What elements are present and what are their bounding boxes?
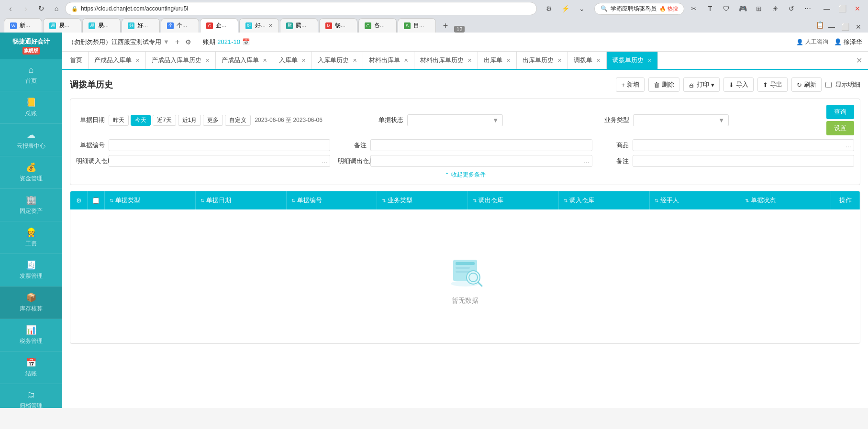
th-biz[interactable]: ⇅ 业务类型 xyxy=(377,191,468,209)
goods-input[interactable] xyxy=(633,139,854,151)
grid-icon[interactable]: ⊞ xyxy=(752,2,766,15)
sidebar-item-invoice[interactable]: 🧾 发票管理 xyxy=(0,254,62,286)
browser-tab-3[interactable]: 易 易... xyxy=(82,18,121,33)
tab-home[interactable]: 首页 xyxy=(64,52,89,69)
theme-icon[interactable]: ☀ xyxy=(768,2,782,15)
date-btn-7days[interactable]: 近7天 xyxy=(153,115,176,126)
tab-product-in2-close[interactable]: ✕ xyxy=(263,57,267,64)
tab-in-history[interactable]: 入库单历史 ✕ xyxy=(312,52,363,69)
sidebar-item-reports[interactable]: ☁ 云报表中心 xyxy=(0,124,62,156)
browser-tab-2[interactable]: 易 易... xyxy=(43,18,81,33)
browser-more[interactable]: ⋯ xyxy=(801,2,814,15)
date-btn-today[interactable]: 今天 xyxy=(131,115,151,126)
tab-product-in-history-close[interactable]: ✕ xyxy=(205,57,210,64)
tab-out-order[interactable]: 出库单 ✕ xyxy=(478,52,517,69)
browser-home[interactable]: ⌂ xyxy=(50,2,63,15)
browser-tab-8[interactable]: 腾 腾... xyxy=(280,18,318,33)
date-btn-more[interactable]: 更多 xyxy=(203,115,223,126)
cut-icon[interactable]: ✂ xyxy=(687,2,701,15)
tab-close-7[interactable]: ✕ xyxy=(268,22,273,29)
extension-icon-1[interactable]: ⚙ xyxy=(543,2,556,15)
tab-out-history-close[interactable]: ✕ xyxy=(557,57,562,64)
browser-reload[interactable]: ↻ xyxy=(34,2,48,15)
delete-btn[interactable]: 🗑 删除 xyxy=(648,77,679,92)
query-btn[interactable]: 查询 xyxy=(826,105,854,119)
tab-transfer-history-close[interactable]: ✕ xyxy=(647,57,652,64)
detail-out-wh-input[interactable] xyxy=(370,155,592,167)
settings-btn[interactable]: 设置 xyxy=(826,121,854,135)
tab-transfer-history[interactable]: 调拨单历史 ✕ xyxy=(607,52,658,69)
sidebar-item-home[interactable]: ⌂ 首页 xyxy=(0,59,62,91)
extension-icon-2[interactable]: ⚡ xyxy=(559,2,572,15)
detail-in-wh-more-icon[interactable]: … xyxy=(322,158,327,165)
tab-product-in[interactable]: 产成品入库单 ✕ xyxy=(89,52,146,69)
status-select[interactable]: ▼ xyxy=(407,114,503,126)
th-date[interactable]: ⇅ 单据日期 xyxy=(196,191,287,209)
tab-material-out-history-close[interactable]: ✕ xyxy=(467,57,472,64)
th-gear[interactable]: ⚙ xyxy=(70,191,88,209)
sidebar-item-inventory[interactable]: 📦 库存核算 xyxy=(0,286,62,319)
th-checkbox[interactable] xyxy=(88,191,105,209)
tab-in-order[interactable]: 入库单 ✕ xyxy=(273,52,312,69)
tab-in-history-close[interactable]: ✕ xyxy=(353,57,357,64)
sidebar-item-capital[interactable]: 💰 资金管理 xyxy=(0,156,62,189)
window-maximize[interactable]: ⬜ xyxy=(835,2,849,15)
address-bar[interactable]: 🔒 https://cloud.chanjet.com/accounting/u… xyxy=(65,2,537,15)
display-detail-checkbox[interactable]: 显示明细 xyxy=(825,80,860,89)
sidebar-item-ledger[interactable]: 📒 总账 xyxy=(0,91,62,124)
undo-icon[interactable]: ↺ xyxy=(785,2,798,15)
remark-input[interactable] xyxy=(370,139,592,151)
th-handler[interactable]: ⇅ 经手人 xyxy=(650,191,741,209)
th-status[interactable]: ⇅ 单据状态 xyxy=(740,191,831,209)
sidebar-item-tax[interactable]: 📊 税务管理 xyxy=(0,319,62,352)
browser-nav-back[interactable]: ‹ xyxy=(4,2,17,15)
browser-tab-7[interactable]: 好 好... ✕ xyxy=(239,18,279,33)
settings-gear-btn[interactable]: ⚙ xyxy=(185,38,191,46)
game-icon[interactable]: 🎮 xyxy=(736,2,749,15)
tab-count-badge[interactable]: 12 xyxy=(454,26,465,33)
window-close[interactable]: ✕ xyxy=(851,2,864,15)
period-selector[interactable]: 账期 2021-10 📅 xyxy=(203,38,250,46)
add-company-btn[interactable]: + xyxy=(175,38,179,46)
import-btn[interactable]: ⬇ 导入 xyxy=(723,77,754,92)
tab-list-icon[interactable]: 📋 xyxy=(816,21,824,33)
tab-in-order-close[interactable]: ✕ xyxy=(301,57,306,64)
detail-in-wh-input[interactable] xyxy=(109,155,330,167)
user-info[interactable]: 👤 徐泽华 xyxy=(834,38,862,46)
browser-nav-forward[interactable]: › xyxy=(19,2,33,15)
date-btn-yesterday[interactable]: 昨天 xyxy=(109,115,129,126)
company-selector[interactable]: （勿删勿禁用）江西服宝测试专用 ▼ xyxy=(68,38,169,46)
sidebar-item-closing[interactable]: 📅 结账 xyxy=(0,352,62,384)
display-detail-input[interactable] xyxy=(825,82,832,88)
browser-tab-6[interactable]: C 企... xyxy=(200,18,238,33)
sidebar-item-wages[interactable]: 👷 工资 xyxy=(0,221,62,254)
export-btn[interactable]: ⬆ 导出 xyxy=(757,77,788,92)
tab-out-order-close[interactable]: ✕ xyxy=(506,57,511,64)
shield-icon[interactable]: 🛡 xyxy=(720,2,733,15)
tab-out-history[interactable]: 出库单历史 ✕ xyxy=(517,52,568,69)
window-max-btn[interactable]: ⬜ xyxy=(839,21,851,33)
tab-product-in2[interactable]: 产成品入库单 ✕ xyxy=(216,52,273,69)
new-btn[interactable]: + 新增 xyxy=(616,77,645,92)
browser-tab-10[interactable]: G 各... xyxy=(358,18,397,33)
tab-material-out-history[interactable]: 材料出库单历史 ✕ xyxy=(414,52,478,69)
window-minimize[interactable]: — xyxy=(820,2,834,15)
tab-material-out-close[interactable]: ✕ xyxy=(404,57,408,64)
refresh-btn[interactable]: ↻ 刷新 xyxy=(791,77,822,92)
order-num-input[interactable] xyxy=(109,139,330,151)
sidebar-item-assets[interactable]: 🏢 固定资产 xyxy=(0,189,62,221)
tab-product-in-history[interactable]: 产成品入库单历史 ✕ xyxy=(146,52,216,69)
sidebar-item-archive[interactable]: 🗂 归档管理 xyxy=(0,384,62,408)
browser-tab-1[interactable]: W 新... xyxy=(4,18,42,33)
browser-tab-9[interactable]: M 畅... xyxy=(319,18,357,33)
th-out-wh[interactable]: ⇅ 调出仓库 xyxy=(468,191,559,209)
tab-transfer[interactable]: 调拨单 ✕ xyxy=(568,52,607,69)
th-in-wh[interactable]: ⇅ 调入仓库 xyxy=(559,191,650,209)
close-all-tabs-btn[interactable]: ✕ xyxy=(852,54,866,67)
tab-product-in-close[interactable]: ✕ xyxy=(135,57,140,64)
th-num[interactable]: ⇅ 单据编号 xyxy=(287,191,378,209)
detail-out-wh-more-icon[interactable]: … xyxy=(584,158,590,165)
biz-type-select[interactable]: ▼ xyxy=(633,114,729,126)
date-btn-1month[interactable]: 近1月 xyxy=(178,115,201,126)
print-btn[interactable]: 🖨 打印 ▾ xyxy=(683,77,720,92)
